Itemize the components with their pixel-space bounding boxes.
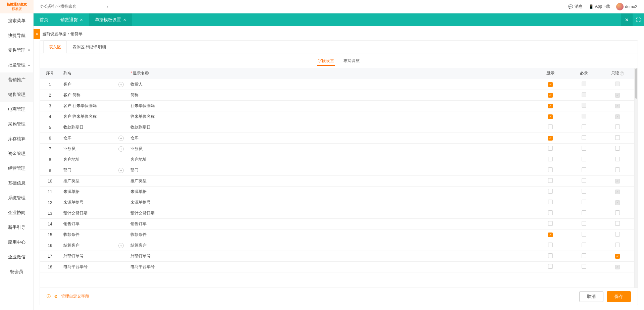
scrollbar[interactable] xyxy=(634,68,638,288)
cell-display[interactable]: 结算客户 xyxy=(127,240,534,251)
plus-icon[interactable]: + xyxy=(118,243,124,248)
cell-display[interactable]: 推广类型 xyxy=(127,176,534,187)
sidebar-item[interactable]: 系统管理 xyxy=(0,191,33,205)
cell-display[interactable]: 仓库 xyxy=(127,133,534,144)
sidebar-item[interactable]: 快捷导航 xyxy=(0,28,33,43)
checkbox[interactable] xyxy=(615,232,620,237)
cell-display[interactable]: 往来单位编码 xyxy=(127,101,534,111)
cell-display[interactable]: 往来单位名称 xyxy=(127,111,534,122)
cell-display[interactable]: 收货人 xyxy=(127,79,534,90)
sidebar-item[interactable]: 畅会员 xyxy=(0,264,33,279)
sidebar-item[interactable]: 营销推广 xyxy=(0,72,33,87)
checkbox[interactable] xyxy=(548,93,553,98)
checkbox[interactable] xyxy=(548,232,553,237)
messages-button[interactable]: 💬 消息 xyxy=(568,4,583,9)
sidebar-item[interactable]: 应用中心 xyxy=(0,235,33,250)
checkbox[interactable] xyxy=(548,146,553,151)
plus-icon[interactable]: + xyxy=(118,82,124,87)
checkbox[interactable] xyxy=(548,124,553,129)
checkbox[interactable] xyxy=(548,264,553,269)
checkbox[interactable] xyxy=(582,232,586,237)
sidebar-item[interactable]: 搜索菜单 xyxy=(0,13,33,28)
checkbox[interactable] xyxy=(582,157,586,161)
cell-display[interactable]: 业务员 xyxy=(127,144,534,154)
close-icon[interactable]: ✕ xyxy=(123,18,126,22)
checkbox[interactable] xyxy=(548,243,553,247)
sidebar-item[interactable]: 零售管理▼ xyxy=(0,43,33,58)
sub-tab[interactable]: 布局调整 xyxy=(343,57,360,66)
plus-icon[interactable]: + xyxy=(118,168,124,173)
checkbox[interactable] xyxy=(582,189,586,194)
checkbox[interactable] xyxy=(548,221,553,226)
sub-tab[interactable]: 字段设置 xyxy=(317,57,335,66)
save-button[interactable]: 保存 xyxy=(607,291,631,302)
area-tab[interactable]: 表头区 xyxy=(43,41,67,53)
user-menu[interactable]: demo2 xyxy=(616,3,637,10)
checkbox[interactable] xyxy=(582,253,586,258)
checkbox[interactable] xyxy=(582,146,586,151)
checkbox[interactable] xyxy=(548,200,553,204)
checkbox[interactable] xyxy=(548,104,553,108)
checkbox[interactable] xyxy=(582,200,586,204)
checkbox[interactable] xyxy=(615,146,620,151)
sidebar-item[interactable]: 采购管理 xyxy=(0,117,33,132)
checkbox[interactable] xyxy=(582,178,586,183)
checkbox[interactable] xyxy=(548,167,553,172)
expand-right-icon[interactable]: » xyxy=(34,29,40,39)
fullscreen-button[interactable]: ⛶ xyxy=(633,13,644,26)
cell-display[interactable]: 预计交货日期 xyxy=(127,208,534,219)
tabstrip-close-button[interactable]: ✕ xyxy=(621,13,633,26)
sidebar-item[interactable]: 库存核算 xyxy=(0,132,33,146)
sidebar-item[interactable]: 批发管理▲ xyxy=(0,58,33,72)
cell-display[interactable]: 部门 xyxy=(127,165,534,176)
tab[interactable]: 销货退货✕ xyxy=(54,13,89,26)
checkbox[interactable] xyxy=(615,167,620,172)
help-icon[interactable]: ? xyxy=(620,71,624,75)
sidebar-item[interactable]: 企业微信 xyxy=(0,250,33,264)
checkbox[interactable] xyxy=(615,124,620,129)
checkbox[interactable] xyxy=(548,114,553,119)
checkbox[interactable] xyxy=(615,135,620,140)
close-icon[interactable]: ✕ xyxy=(80,18,83,22)
sidebar-item[interactable]: 电商管理 xyxy=(0,102,33,117)
checkbox[interactable] xyxy=(548,157,553,161)
checkbox[interactable] xyxy=(582,210,586,215)
scrollbar-thumb[interactable] xyxy=(635,68,637,99)
checkbox[interactable] xyxy=(548,210,553,215)
plus-icon[interactable]: + xyxy=(118,146,124,152)
sidebar-item[interactable]: 新手引导 xyxy=(0,220,33,235)
app-download-button[interactable]: 📱 App下载 xyxy=(589,4,610,9)
cell-display[interactable]: 外部订单号 xyxy=(127,251,534,262)
sidebar-item[interactable]: 基础信息 xyxy=(0,176,33,191)
sidebar-item[interactable]: 销售管理 xyxy=(0,87,33,102)
checkbox[interactable] xyxy=(615,210,620,215)
checkbox[interactable] xyxy=(548,253,553,258)
checkbox[interactable] xyxy=(548,178,553,183)
cell-display[interactable]: 销售订单 xyxy=(127,219,534,229)
cell-display[interactable]: 客户地址 xyxy=(127,154,534,165)
checkbox[interactable] xyxy=(582,124,586,129)
cell-display[interactable]: 来源单据 xyxy=(127,187,534,197)
cancel-button[interactable]: 取消 xyxy=(579,291,603,302)
checkbox[interactable] xyxy=(548,189,553,194)
checkbox[interactable] xyxy=(548,136,553,141)
checkbox[interactable] xyxy=(582,135,586,140)
sidebar-item[interactable]: 经营管理 xyxy=(0,161,33,176)
checkbox[interactable] xyxy=(615,157,620,161)
checkbox[interactable] xyxy=(615,254,620,259)
checkbox[interactable] xyxy=(615,221,620,226)
checkbox[interactable] xyxy=(615,243,620,247)
checkbox[interactable] xyxy=(582,221,586,226)
checkbox[interactable] xyxy=(582,264,586,269)
cell-display[interactable]: 收款到期日 xyxy=(127,122,534,133)
manage-custom-fields-link[interactable]: 管理自定义字段 xyxy=(61,294,89,299)
plus-icon[interactable]: + xyxy=(118,136,124,141)
cell-display[interactable]: 简称 xyxy=(127,90,534,101)
tab[interactable]: 单据模板设置✕ xyxy=(89,13,132,26)
checkbox[interactable] xyxy=(582,243,586,247)
cell-display[interactable]: 电商平台单号 xyxy=(127,262,534,272)
checkbox[interactable] xyxy=(548,82,553,87)
area-tab[interactable]: 表体区-销货单明细 xyxy=(67,41,112,53)
cell-display[interactable]: 收款条件 xyxy=(127,229,534,240)
tab[interactable]: 首页 xyxy=(34,13,54,26)
